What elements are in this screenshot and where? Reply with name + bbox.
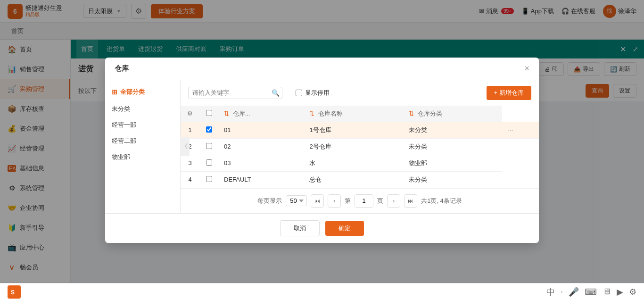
show-disabled-label: 显示停用 [296, 89, 330, 97]
cell-code: 03 [218, 155, 304, 171]
cell-num: 3 [181, 155, 199, 171]
row-checkbox-1[interactable] [206, 143, 212, 149]
cell-name: 2号仓库 [304, 138, 403, 155]
page-number-input[interactable] [355, 194, 373, 208]
footer-keyboard-icon[interactable]: ⌨ [585, 287, 597, 297]
cell-checkbox [199, 122, 218, 138]
cell-checkbox [199, 155, 218, 171]
footer-monitor-icon[interactable]: 🖥 [603, 287, 611, 297]
cell-category: 未分类 [403, 171, 503, 188]
category-item-sales1[interactable]: 经营一部 [105, 117, 180, 133]
page-next-button[interactable]: › [387, 194, 400, 208]
category-sidebar: ⊞ 全部分类 《 未分类 经营一部 经营二部 物业部 [105, 80, 181, 213]
select-all-checkbox[interactable] [206, 110, 212, 116]
sort-icon-category: ⇅ [409, 110, 414, 117]
col-settings: ⚙ [181, 106, 199, 122]
cell-code: 01 [218, 122, 304, 138]
modal-close-button[interactable]: × [524, 64, 529, 73]
col-name: ⇅ 仓库名称 [304, 106, 403, 122]
pagination: 每页显示 50 ⏮ ‹ 第 页 › ⏭ 共1页, 4条记录 [181, 188, 539, 213]
row-checkbox-2[interactable] [206, 159, 212, 166]
add-warehouse-button[interactable]: + 新增仓库 [487, 86, 531, 100]
footer-play-icon[interactable]: ▶ [617, 287, 623, 297]
warehouse-table: ⚙ ⇅ 仓库... ⇅ [181, 106, 539, 188]
row-checkbox-0[interactable] [206, 126, 212, 133]
search-box: 🔍 [188, 87, 282, 99]
row-checkbox-3[interactable] [206, 176, 212, 182]
footer-brand-icon: S [8, 285, 21, 299]
table-row[interactable]: 1 01 1号仓库 未分类 ··· [181, 122, 539, 138]
cell-num: 4 [181, 171, 199, 188]
category-item-sales2[interactable]: 经营二部 [105, 133, 180, 149]
page-prev-button[interactable]: ‹ [328, 194, 341, 208]
col-category: ⇅ 仓库分类 [403, 106, 503, 122]
table-header-row: ⚙ ⇅ 仓库... ⇅ [181, 106, 539, 122]
cell-name: 1号仓库 [304, 122, 403, 138]
cell-name: 总仓 [304, 171, 403, 188]
col-code: ⇅ 仓库... [218, 106, 304, 122]
page-first-button[interactable]: ⏮ [311, 194, 324, 208]
table-area: 🔍 显示停用 + 新增仓库 [181, 80, 539, 213]
footer-dot-icon[interactable]: · [561, 287, 563, 297]
page-label-first: 第 [345, 197, 351, 205]
warehouse-modal: 仓库 × ⊞ 全部分类 《 未分类 经营一部 [105, 58, 539, 243]
category-header: ⊞ 全部分类 [105, 85, 180, 101]
grid-icon: ⊞ [112, 88, 117, 96]
footer-settings-icon[interactable]: ⚙ [629, 287, 636, 297]
table-toolbar: 🔍 显示停用 + 新增仓库 [181, 80, 539, 106]
row-more-icon[interactable]: ··· [508, 126, 513, 133]
cell-num: 1 [181, 122, 199, 138]
footer-mic-icon[interactable]: 🎤 [569, 287, 579, 297]
category-item-property[interactable]: 物业部 [105, 149, 180, 165]
page-label-unit: 页 [377, 197, 383, 205]
per-page-label: 每页显示 [257, 197, 282, 205]
cell-category: 未分类 [403, 122, 503, 138]
page-total: 共1页, 4条记录 [421, 197, 462, 205]
svg-text:S: S [11, 289, 15, 296]
cell-name: 水 [304, 155, 403, 171]
category-item-unclassified[interactable]: 未分类 [105, 101, 180, 117]
cell-checkbox [199, 138, 218, 155]
show-disabled-checkbox[interactable] [296, 90, 302, 96]
col-checkbox [199, 106, 218, 122]
cell-code: 02 [218, 138, 304, 155]
cancel-button[interactable]: 取消 [280, 220, 320, 236]
confirm-button[interactable]: 确定 [325, 221, 364, 236]
table-row[interactable]: 4 DEFAULT 总仓 未分类 [181, 171, 539, 188]
cell-actions: ··· [502, 122, 539, 138]
table-container: ⚙ ⇅ 仓库... ⇅ [181, 106, 539, 188]
modal-overlay: 仓库 × ⊞ 全部分类 《 未分类 经营一部 [0, 0, 644, 300]
all-category-label: 全部分类 [120, 88, 145, 96]
search-icon[interactable]: 🔍 [272, 89, 280, 97]
sort-icon-name: ⇅ [309, 110, 314, 117]
table-row[interactable]: 3 03 水 物业部 [181, 155, 539, 171]
footer-cn-icon[interactable]: 中 [546, 286, 555, 298]
cell-checkbox [199, 171, 218, 188]
cell-code: DEFAULT [218, 171, 304, 188]
all-category-button[interactable]: ⊞ 全部分类 [112, 88, 145, 96]
modal-header: 仓库 × [105, 58, 539, 80]
cell-category: 未分类 [403, 138, 503, 155]
modal-footer: 取消 确定 [105, 213, 539, 243]
modal-body: ⊞ 全部分类 《 未分类 经营一部 经营二部 物业部 [105, 80, 539, 213]
per-page-select[interactable]: 50 [286, 195, 307, 206]
cell-category: 物业部 [403, 155, 503, 171]
col-settings-icon[interactable]: ⚙ [187, 110, 193, 117]
category-collapse-button[interactable]: 《 [180, 137, 190, 156]
search-input[interactable] [192, 89, 272, 96]
modal-title: 仓库 [115, 64, 129, 73]
sort-icon-code: ⇅ [224, 110, 229, 117]
footer-bar: S 中 · 🎤 ⌨ 🖥 ▶ ⚙ [0, 283, 644, 300]
page-last-button[interactable]: ⏭ [404, 194, 417, 208]
table-row[interactable]: 2 02 2号仓库 未分类 [181, 138, 539, 155]
